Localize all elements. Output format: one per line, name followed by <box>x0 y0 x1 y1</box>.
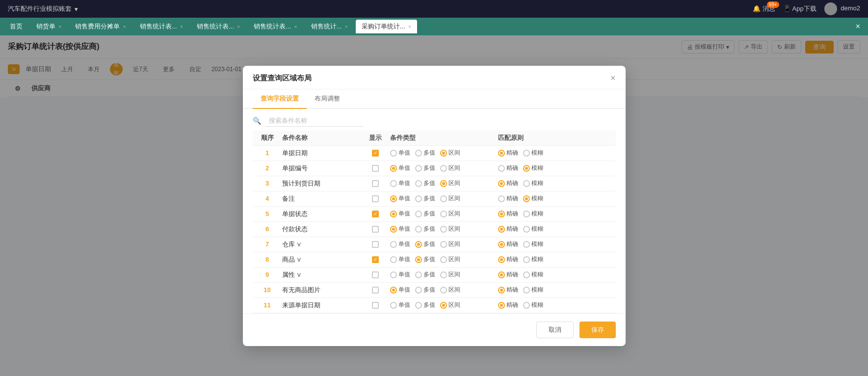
close-tab-purchase[interactable]: × <box>408 24 411 29</box>
display-checkbox[interactable] <box>372 150 379 157</box>
match-radio-item[interactable]: 精确 <box>498 149 518 157</box>
tab-purchase[interactable]: 采购订单统计... × <box>356 20 417 33</box>
type-radio-item[interactable]: 多值 <box>415 255 435 264</box>
type-radio-item[interactable]: 多值 <box>415 240 435 248</box>
match-radio-item[interactable]: 精确 <box>498 194 518 203</box>
type-radio-item[interactable]: 多值 <box>415 270 435 279</box>
match-radio-item[interactable]: 精确 <box>498 225 518 233</box>
tab-expenses[interactable]: 销售费用分摊单 × <box>69 20 132 33</box>
row-display[interactable] <box>361 180 390 187</box>
display-checkbox[interactable] <box>372 195 379 202</box>
match-radio-item[interactable]: 精确 <box>498 255 518 264</box>
display-checkbox[interactable] <box>372 271 379 278</box>
modal-tab-fields[interactable]: 查询字段设置 <box>253 89 307 109</box>
type-radio-item[interactable]: 区间 <box>440 255 460 264</box>
display-checkbox[interactable] <box>372 302 379 309</box>
close-tab-6[interactable]: × <box>345 24 348 29</box>
tab-5[interactable]: 销售统计表... × <box>248 20 303 33</box>
match-radio-item[interactable]: 精确 <box>498 164 518 172</box>
match-radio-item[interactable]: 模糊 <box>523 194 543 203</box>
match-radio-item[interactable]: 模糊 <box>523 149 543 157</box>
match-radio-item[interactable]: 模糊 <box>523 225 543 233</box>
cancel-button[interactable]: 取消 <box>536 322 574 338</box>
row-display[interactable] <box>361 271 390 278</box>
display-checkbox[interactable] <box>372 241 379 248</box>
display-checkbox[interactable] <box>372 211 379 217</box>
display-checkbox[interactable] <box>372 226 379 233</box>
type-radio-item[interactable]: 单值 <box>390 301 410 309</box>
type-radio-item[interactable]: 多值 <box>415 194 435 203</box>
type-radio-item[interactable]: 单值 <box>390 210 410 218</box>
match-radio-item[interactable]: 模糊 <box>523 301 543 309</box>
type-radio-item[interactable]: 区间 <box>440 240 460 248</box>
type-radio-item[interactable]: 单值 <box>390 225 410 233</box>
display-checkbox[interactable] <box>372 165 379 172</box>
row-display[interactable] <box>361 195 390 202</box>
modal-tab-layout[interactable]: 布局调整 <box>307 89 348 109</box>
tab-4[interactable]: 销售统计表... × <box>191 20 246 33</box>
app-download[interactable]: 📱 App下载 <box>783 4 816 13</box>
close-expenses-tab[interactable]: × <box>123 24 126 29</box>
match-radio-item[interactable]: 精确 <box>498 286 518 294</box>
type-radio-item[interactable]: 单值 <box>390 240 410 248</box>
row-display[interactable] <box>361 241 390 248</box>
tab-3[interactable]: 销售统计表... × <box>134 20 189 33</box>
save-button[interactable]: 保存 <box>579 322 616 338</box>
type-radio-item[interactable]: 区间 <box>440 194 460 203</box>
display-checkbox[interactable] <box>372 180 379 187</box>
row-display[interactable] <box>361 150 390 157</box>
row-display[interactable] <box>361 226 390 233</box>
type-radio-item[interactable]: 区间 <box>440 301 460 309</box>
close-tab-3[interactable]: × <box>180 24 183 29</box>
type-radio-item[interactable]: 区间 <box>440 149 460 157</box>
close-sales-tab[interactable]: × <box>58 24 61 29</box>
match-radio-item[interactable]: 精确 <box>498 270 518 279</box>
match-radio-item[interactable]: 精确 <box>498 210 518 218</box>
modal-close-button[interactable]: × <box>610 74 616 82</box>
row-display[interactable] <box>361 211 390 217</box>
type-radio-item[interactable]: 单值 <box>390 270 410 279</box>
display-checkbox[interactable] <box>372 256 379 263</box>
type-radio-item[interactable]: 区间 <box>440 225 460 233</box>
type-radio-item[interactable]: 区间 <box>440 286 460 294</box>
row-display[interactable] <box>361 302 390 309</box>
close-tab-4[interactable]: × <box>237 24 240 29</box>
type-radio-item[interactable]: 单值 <box>390 149 410 157</box>
type-radio-item[interactable]: 单值 <box>390 179 410 188</box>
row-display[interactable] <box>361 165 390 172</box>
match-radio-item[interactable]: 模糊 <box>523 210 543 218</box>
tab-6[interactable]: 销售统计... × <box>305 20 354 33</box>
global-close-button[interactable]: × <box>852 22 864 31</box>
search-input[interactable] <box>265 115 363 127</box>
type-radio-item[interactable]: 多值 <box>415 164 435 172</box>
type-radio-item[interactable]: 多值 <box>415 179 435 188</box>
home-tab[interactable]: 首页 <box>4 22 28 31</box>
tab-sales[interactable]: 销货单 × <box>30 20 67 33</box>
user-area[interactable]: demo2 <box>824 2 860 15</box>
match-radio-item[interactable]: 模糊 <box>523 240 543 248</box>
match-radio-item[interactable]: 精确 <box>498 301 518 309</box>
match-radio-item[interactable]: 精确 <box>498 240 518 248</box>
row-display[interactable] <box>361 287 390 294</box>
type-radio-item[interactable]: 多值 <box>415 301 435 309</box>
type-radio-item[interactable]: 多值 <box>415 225 435 233</box>
type-radio-item[interactable]: 单值 <box>390 164 410 172</box>
match-radio-item[interactable]: 模糊 <box>523 270 543 279</box>
close-tab-5[interactable]: × <box>294 24 297 29</box>
display-checkbox[interactable] <box>372 287 379 294</box>
type-radio-item[interactable]: 单值 <box>390 194 410 203</box>
type-radio-item[interactable]: 区间 <box>440 164 460 172</box>
type-radio-item[interactable]: 区间 <box>440 270 460 279</box>
match-radio-item[interactable]: 模糊 <box>523 255 543 264</box>
type-radio-item[interactable]: 多值 <box>415 149 435 157</box>
match-radio-item[interactable]: 模糊 <box>523 286 543 294</box>
notification-area[interactable]: 🔔 消息 99+ <box>753 4 775 13</box>
type-radio-item[interactable]: 多值 <box>415 286 435 294</box>
type-radio-item[interactable]: 区间 <box>440 179 460 188</box>
type-radio-item[interactable]: 区间 <box>440 210 460 218</box>
match-radio-item[interactable]: 精确 <box>498 179 518 188</box>
match-radio-item[interactable]: 模糊 <box>523 179 543 188</box>
type-radio-item[interactable]: 多值 <box>415 210 435 218</box>
match-radio-item[interactable]: 模糊 <box>523 164 543 172</box>
type-radio-item[interactable]: 单值 <box>390 255 410 264</box>
